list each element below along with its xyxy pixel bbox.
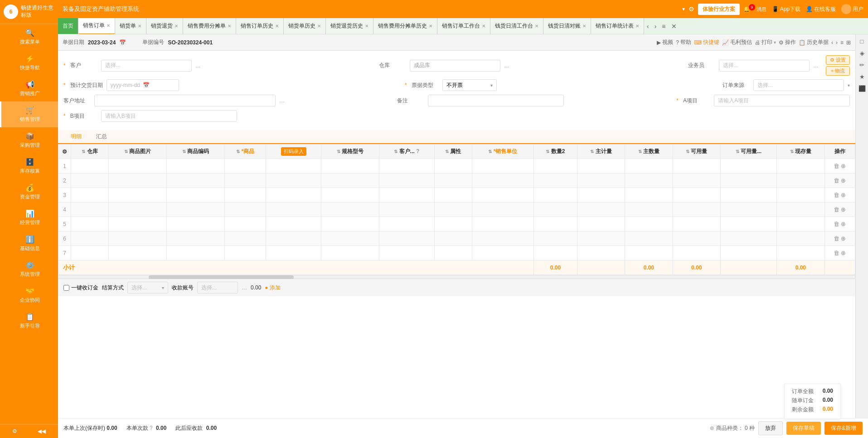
sidebar-item-enterprise[interactable]: 🤝 企业协同 (0, 282, 58, 308)
cell-qty2-2[interactable] (534, 173, 577, 188)
cell-unit-3[interactable] (472, 188, 534, 202)
rp-btn-2[interactable]: ◈ (857, 48, 867, 58)
profit-action[interactable]: 📈 毛利预估 (722, 39, 752, 46)
cell-customer-1[interactable] (379, 159, 434, 173)
cell-unit-4[interactable] (472, 202, 534, 217)
cell-attr-1[interactable] (434, 159, 472, 173)
tab-daily-workbench-close[interactable]: ✕ (535, 24, 538, 29)
remark-input[interactable] (428, 95, 564, 106)
tab-expense-history[interactable]: 销售费用分摊单历史 ✕ (373, 18, 437, 34)
tab-expense-history-close[interactable]: ✕ (429, 24, 432, 29)
shortcut-action[interactable]: ⌨ 快捷键 (694, 39, 719, 46)
a-project-input[interactable]: 请输入A项目 (714, 95, 850, 106)
sidebar-item-search[interactable]: 🔍 搜索菜单 (0, 24, 58, 50)
tab-goods-history[interactable]: 销货单历史 ✕ (284, 18, 326, 34)
sidebar-item-operations[interactable]: 📊 经营管理 (0, 205, 58, 231)
cell-warehouse-3[interactable] (71, 188, 109, 202)
cell-attr-2[interactable] (434, 173, 472, 188)
cell-product-3[interactable] (224, 188, 266, 202)
cell-code-7[interactable] (166, 246, 224, 260)
copy-row-7[interactable]: ⊕ (841, 250, 846, 256)
cell-spec-7[interactable] (321, 246, 379, 260)
cell-unit-6[interactable] (472, 231, 534, 246)
cell-customer-2[interactable] (379, 173, 434, 188)
delete-row-5[interactable]: 🗑 (834, 221, 839, 227)
cell-unit-5[interactable] (472, 217, 534, 231)
cell-warehouse-6[interactable] (71, 231, 109, 246)
sidebar-item-quicknav[interactable]: ⚡ 快捷导航 (0, 50, 58, 76)
add-link[interactable]: ● 添加 (265, 284, 281, 292)
invoice-select[interactable]: 不开票 ▾ (442, 79, 497, 91)
copy-row-4[interactable]: ⊕ (841, 206, 846, 213)
tab-menu[interactable]: ≡ (659, 23, 668, 30)
cell-code-2[interactable] (166, 173, 224, 188)
rp-btn-1[interactable]: □ (857, 36, 867, 46)
scrollbar-thumb[interactable] (149, 275, 294, 279)
rp-btn-5[interactable]: ⬛ (857, 83, 867, 93)
customer-input[interactable]: 选择... (101, 60, 192, 72)
address-more[interactable]: … (279, 97, 285, 104)
business-input[interactable]: 选择... (719, 60, 810, 72)
cell-product-4[interactable] (224, 202, 266, 217)
sidebar-item-guide[interactable]: 📋 新手引导 (0, 308, 58, 334)
cell-spec-6[interactable] (321, 231, 379, 246)
tab-order-workbench[interactable]: 销售订单工作台 ✕ (437, 18, 490, 34)
view-list-icon[interactable]: ≡ (840, 39, 844, 46)
tab-sales-order[interactable]: 销售订单 ✕ (78, 18, 115, 34)
cell-qty2-5[interactable] (534, 217, 577, 231)
delete-row-3[interactable]: 🗑 (834, 192, 839, 198)
cell-unit-2[interactable] (472, 173, 534, 188)
tab-stats-close[interactable]: ✕ (635, 24, 639, 29)
payment-select[interactable]: 选择... ▾ (127, 282, 168, 294)
tab-home[interactable]: 首页 (58, 18, 78, 34)
cell-product-7[interactable] (224, 246, 266, 260)
cell-spec-3[interactable] (321, 188, 379, 202)
tab-daily-workbench[interactable]: 钱货日清工作台 ✕ (490, 18, 543, 34)
add-material-btn[interactable]: + 物流 (826, 66, 850, 76)
cell-qty2-7[interactable] (534, 246, 577, 260)
tab-goods-return[interactable]: 销货退货 ✕ (146, 18, 183, 34)
cell-product-5[interactable] (224, 217, 266, 231)
cell-qty2-3[interactable] (534, 188, 577, 202)
order-source-input[interactable]: 选择... (753, 79, 844, 91)
cell-qty2-4[interactable] (534, 202, 577, 217)
horizontal-scrollbar[interactable] (58, 275, 855, 279)
collection-select[interactable]: 选择... (197, 282, 238, 294)
sidebar-item-purchase[interactable]: 📦 采购管理 (0, 127, 58, 153)
trial-button[interactable]: 体验行业方案 (698, 4, 740, 15)
operate-action[interactable]: ⚙ 操作 (779, 39, 796, 46)
delete-row-6[interactable]: 🗑 (834, 235, 839, 242)
tab-detail[interactable]: 明细 (63, 130, 89, 144)
warehouse-more[interactable]: … (504, 63, 509, 69)
save-draft-button[interactable]: 保存草稿 (786, 422, 821, 435)
cell-attr-6[interactable] (434, 231, 472, 246)
tab-return-history-close[interactable]: ✕ (365, 24, 369, 29)
cell-main-qty-4[interactable] (625, 202, 673, 217)
tab-sales-order-close[interactable]: ✕ (107, 23, 110, 28)
cell-customer-5[interactable] (379, 217, 434, 231)
cell-warehouse-5[interactable] (71, 217, 109, 231)
warehouse-input[interactable]: 成品库 (410, 60, 500, 72)
cell-spec-5[interactable] (321, 217, 379, 231)
one-click-checkbox-label[interactable]: 一键收订金 (63, 284, 98, 292)
sidebar-item-system[interactable]: ⚙️ 系统管理 (0, 256, 58, 282)
cell-warehouse-2[interactable] (71, 173, 109, 188)
cell-unit-1[interactable] (472, 159, 534, 173)
scan-button[interactable]: 扫码录入 (281, 147, 306, 156)
app-download-area[interactable]: 📱 App下载 (772, 5, 800, 13)
tab-close-all[interactable]: ✕ (669, 23, 679, 30)
cell-qty2-6[interactable] (534, 231, 577, 246)
cell-code-1[interactable] (166, 159, 224, 173)
sidebar-item-basicinfo[interactable]: ℹ️ 基础信息 (0, 231, 58, 256)
tab-expense[interactable]: 销售费用分摊单 ✕ (183, 18, 236, 34)
cell-code-3[interactable] (166, 188, 224, 202)
col-settings[interactable]: ⚙ (58, 144, 71, 159)
cell-customer-6[interactable] (379, 231, 434, 246)
cell-code-4[interactable] (166, 202, 224, 217)
settings-quick-btn[interactable]: ⚙ 设置 (826, 55, 850, 65)
credit-help-icon[interactable]: ? (150, 425, 153, 431)
copy-row-5[interactable]: ⊕ (841, 221, 846, 227)
cell-customer-4[interactable] (379, 202, 434, 217)
cell-attr-7[interactable] (434, 246, 472, 260)
cell-product-1[interactable] (224, 159, 266, 173)
